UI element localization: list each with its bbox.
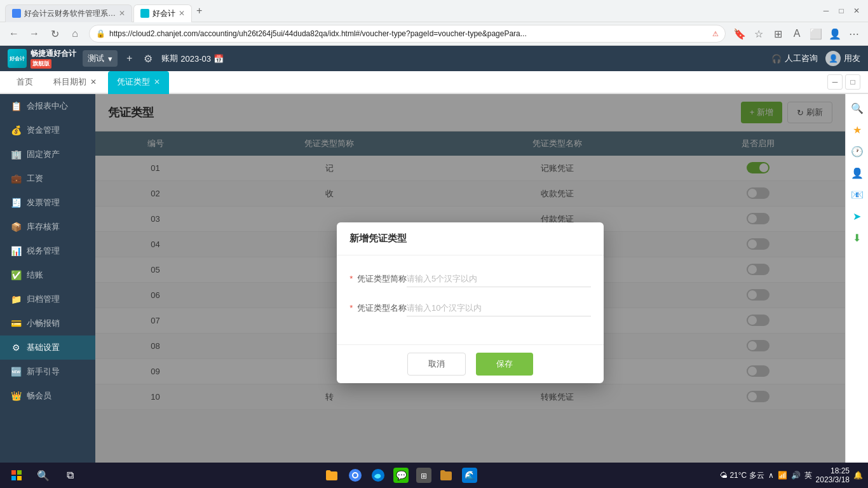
user-button[interactable]: 👤 用友 (825, 51, 860, 66)
font-button[interactable]: A (788, 25, 806, 43)
folder2-taskbar-button[interactable] (437, 465, 457, 485)
settings-header-button[interactable]: ⚙ (141, 50, 155, 67)
edge-taskbar-button[interactable] (368, 465, 388, 485)
abbr-form-row: * 凭证类型简称 (349, 271, 591, 287)
sidebar-item-settle[interactable]: ✅ 结账 (0, 263, 95, 287)
tab-voucher-close[interactable]: ✕ (154, 78, 160, 86)
tab-maximize-button[interactable]: □ (845, 74, 860, 90)
chevron-down-icon: ▾ (108, 54, 112, 64)
sidebar-item-salary[interactable]: 💼 工资 (0, 166, 95, 191)
sidebar-label-inventory: 库存核算 (27, 221, 60, 233)
add-company-button[interactable]: + (124, 50, 135, 67)
forward-button[interactable]: → (25, 25, 43, 43)
back-button[interactable]: ← (5, 25, 23, 43)
chrome-taskbar-button[interactable] (345, 465, 365, 485)
sidebar-item-invoice[interactable]: 🧾 发票管理 (0, 191, 95, 215)
settings-taskbar-button[interactable]: ⊞ (414, 465, 434, 485)
required-star-name: * (349, 303, 353, 313)
right-search-button[interactable]: 🔍 (848, 99, 866, 117)
browser-blue-icon: 🌊 (462, 468, 477, 483)
cancel-button[interactable]: 取消 (407, 353, 466, 376)
refresh-button[interactable]: ↻ (46, 25, 64, 43)
sidebar-item-tax[interactable]: 📊 税务管理 (0, 239, 95, 263)
tab2-title: 好会计 (153, 8, 175, 19)
file-explorer-button[interactable] (322, 465, 342, 485)
extensions-button[interactable]: 🔖 (731, 25, 749, 43)
task-view-button[interactable]: ⧉ (58, 464, 81, 487)
collection-button[interactable]: ⊞ (769, 25, 787, 43)
wechat-taskbar-button[interactable]: 💬 (391, 465, 411, 485)
right-download-button[interactable]: ⬇ (848, 229, 866, 247)
tab-home[interactable]: 首页 (8, 71, 42, 94)
save-button[interactable]: 保存 (476, 353, 533, 376)
search-taskbar-button[interactable]: 🔍 (32, 464, 55, 487)
required-star-abbr: * (349, 274, 353, 283)
name-input[interactable] (407, 300, 591, 316)
tab2-close[interactable]: ✕ (179, 9, 185, 18)
address-bar[interactable]: 🔒 https://cloud2.chanjet.com/accounting/… (89, 25, 726, 43)
chevron-up-icon[interactable]: ∧ (768, 471, 774, 480)
browser-tab-2[interactable]: 好会计 ✕ (133, 4, 192, 22)
consult-label: 人工咨询 (785, 53, 818, 64)
volume-icon: 🔊 (791, 471, 801, 480)
wechat-icon: 💬 (393, 468, 409, 483)
browser-taskbar-button[interactable]: 🌊 (459, 465, 480, 485)
tab-voucher-type[interactable]: 凭证类型 ✕ (108, 71, 169, 94)
sidebar-item-guide[interactable]: 🆕 新手引导 (0, 360, 95, 384)
sidebar-label-assets: 固定资产 (27, 149, 60, 160)
right-outlook-button[interactable]: 📧 (848, 186, 866, 203)
tab-subject[interactable]: 科目期初 ✕ (44, 71, 105, 94)
right-history-button[interactable]: 🕐 (848, 142, 866, 160)
lang-indicator[interactable]: 英 (804, 470, 812, 481)
dashboard-icon: 📋 (10, 100, 22, 112)
sidebar-item-archive[interactable]: 📁 归档管理 (0, 287, 95, 311)
sidebar-item-expense[interactable]: 💳 小畅报销 (0, 311, 95, 336)
sidebar: 📋 会报表中心 💰 资金管理 🏢 固定资产 💼 工资 🧾 发票管理 📦 (0, 94, 95, 488)
modal-footer: 取消 保存 (337, 344, 604, 383)
network-icon: 📶 (778, 471, 787, 480)
consult-button[interactable]: 🎧 人工咨询 (771, 53, 818, 64)
sidebar-item-settings[interactable]: ⚙ 基础设置 (0, 336, 95, 360)
logo-version-badge: 旗舰版 (31, 59, 51, 69)
browser-tab-1[interactable]: 好会计云财务软件管理系统_会计 ✕ (5, 4, 132, 22)
tab-minimize-button[interactable]: ─ (827, 74, 843, 90)
sidebar-item-member[interactable]: 👑 畅会员 (0, 384, 95, 408)
sidebar-item-funds[interactable]: 💰 资金管理 (0, 118, 95, 142)
right-user-button[interactable]: 👤 (848, 164, 866, 182)
modal-header: 新增凭证类型 (337, 222, 604, 255)
main-layout: 📋 会报表中心 💰 资金管理 🏢 固定资产 💼 工资 🧾 发票管理 📦 (0, 94, 868, 488)
sidebar-label-invoice: 发票管理 (27, 197, 60, 208)
sidebar-label-dashboard: 会报表中心 (27, 100, 68, 112)
profile-button[interactable]: 👤 (826, 25, 844, 43)
split-button[interactable]: ⬜ (807, 25, 825, 43)
tab-subject-close[interactable]: ✕ (90, 78, 97, 86)
right-star-button[interactable]: ★ (848, 121, 866, 139)
sidebar-item-inventory[interactable]: 📦 库存核算 (0, 215, 95, 239)
windows-icon (11, 470, 22, 480)
company-selector[interactable]: 测试 ▾ (83, 50, 118, 67)
sidebar-item-dashboard[interactable]: 📋 会报表中心 (0, 94, 95, 118)
fav-button[interactable]: ☆ (750, 25, 768, 43)
sidebar-label-settings: 基础设置 (27, 342, 60, 353)
warning-icon: ⚠ (712, 30, 719, 38)
notification-button[interactable]: 🔔 (853, 471, 863, 480)
browser-chrome: 好会计云财务软件管理系统_会计 ✕ 好会计 ✕ + ─ □ ✕ (0, 0, 868, 22)
right-arrow-button[interactable]: ➤ (848, 207, 866, 225)
url-text: https://cloud2.chanjet.com/accounting/uh… (109, 29, 709, 38)
abbr-input[interactable] (407, 271, 591, 287)
new-tab-button[interactable]: + (196, 5, 202, 17)
modal-dialog: 新增凭证类型 * 凭证类型简称 * 凭证类型名称 (337, 222, 604, 383)
maximize-button[interactable]: □ (835, 4, 848, 17)
more-button[interactable]: ⋯ (845, 25, 863, 43)
minimize-button[interactable]: ─ (820, 4, 832, 17)
tab1-close[interactable]: ✕ (119, 9, 125, 18)
sidebar-item-assets[interactable]: 🏢 固定资产 (0, 142, 95, 166)
close-button[interactable]: ✕ (850, 4, 863, 17)
settings-icon: ⚙ (10, 342, 22, 353)
svg-text:⊞: ⊞ (421, 471, 427, 480)
tab-home-label: 首页 (17, 76, 33, 88)
start-button[interactable] (5, 464, 28, 487)
logo-icon: 好会计 (8, 49, 27, 68)
home-button[interactable]: ⌂ (66, 25, 84, 43)
company-name: 测试 (88, 53, 104, 64)
